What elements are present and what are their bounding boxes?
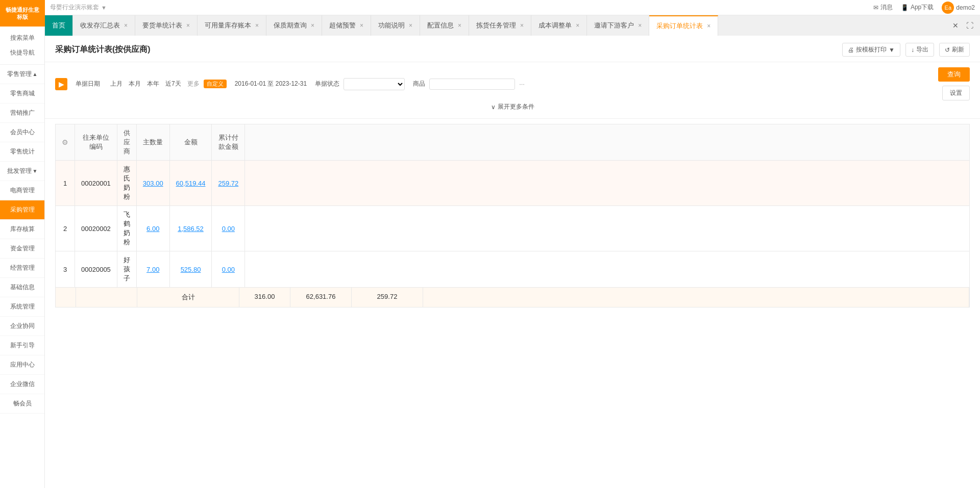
sidebar-item-wechat[interactable]: 企业微信 [0,375,44,394]
more-options-icon[interactable]: ··· [519,80,525,88]
sidebar-item-label: 应用中心 [10,361,35,368]
sidebar-item-label: 经营管理 [10,264,35,271]
table-row: 2 00020002 飞鹤奶粉 6.00 1,586.52 0.00 [56,206,970,251]
close-icon[interactable]: × [124,22,128,29]
tabs-expand-btn[interactable]: ⛶ [964,19,976,32]
query-button[interactable]: 查询 [938,67,970,82]
more-dates-btn[interactable]: 更多 [185,79,202,89]
gear-icon[interactable]: ⚙ [62,138,68,146]
cell-extra [245,161,970,206]
sidebar-item-ecommerce[interactable]: 电商管理 [0,181,44,200]
message-btn[interactable]: ✉ 消息 [873,3,893,12]
goods-input[interactable] [429,79,515,90]
sidebar-item-label: 基础信息 [10,284,35,291]
user-profile-btn[interactable]: Ea demo2 [942,2,975,14]
sidebar-item-collaboration[interactable]: 企业协同 [0,317,44,336]
close-icon[interactable]: × [360,22,363,29]
sidebar: 畅捷通好生意标版 搜索菜单 快捷导航 零售管理 ▲ 零售商城 营销推广 会员中心… [0,0,45,488]
paid-link[interactable]: 0.00 [222,266,235,273]
th-qty: 主数量 [136,124,169,161]
filter-row: ▶ 单据日期 上月 本月 本年 近7天 更多 自定义 2016-01-01 至 … [55,67,970,100]
close-icon[interactable]: × [186,22,190,29]
username-label: demo2 [956,4,975,11]
setting-button[interactable]: 设置 [942,86,970,100]
status-select[interactable] [344,78,405,90]
tab-overstock-warning[interactable]: 超储预警 × [322,15,371,36]
right-arrow-icon: ▶ [59,80,64,88]
tab-picking-task[interactable]: 拣货任务管理 × [469,15,531,36]
tab-home[interactable]: 首页 [45,15,73,36]
sidebar-item-retail-mgmt[interactable]: 零售管理 ▲ [0,65,44,84]
quick-nav-item[interactable]: 快捷导航 [0,45,44,60]
filter-action-group: 查询 设置 [938,67,970,100]
amount-link[interactable]: 525.80 [181,266,201,273]
footer-extra [423,288,969,307]
topbar-right: ✉ 消息 📱 App下载 Ea demo2 [873,2,975,14]
sidebar-item-finance[interactable]: 资金管理 [0,239,44,259]
template-print-button[interactable]: 🖨 按模板打印 ▼ [842,43,900,57]
last-month-btn[interactable]: 上月 [108,79,125,89]
sidebar-item-inventory[interactable]: 库存核算 [0,220,44,239]
sidebar-item-member[interactable]: 会员中心 [0,123,44,142]
close-icon[interactable]: × [576,22,579,29]
amount-link[interactable]: 60,519.44 [176,179,206,187]
cell-supplier: 好孩子 [117,251,136,288]
tab-function-desc[interactable]: 功能说明 × [371,15,420,36]
this-year-btn[interactable]: 本年 [145,79,161,89]
tab-invite-downstream[interactable]: 邀请下游客户 × [587,15,649,36]
tab-available-inventory[interactable]: 可用量库存账本 × [198,15,266,36]
close-icon[interactable]: × [255,22,259,29]
sidebar-item-system[interactable]: 系统管理 [0,297,44,317]
close-icon[interactable]: × [638,22,642,29]
sidebar-item-operations[interactable]: 经营管理 [0,259,44,278]
tab-label: 可用量库存账本 [205,21,251,30]
sidebar-item-app-center[interactable]: 应用中心 [0,355,44,375]
filter-collapse-button[interactable]: ▶ [55,78,67,90]
cell-qty: 7.00 [136,251,169,288]
sidebar-item-member2[interactable]: 畅会员 [0,394,44,414]
th-settings[interactable]: ⚙ [56,124,75,161]
sidebar-item-label: 库存核算 [10,225,35,233]
tabs-close-btn[interactable]: ✕ [949,19,962,32]
close-icon[interactable]: × [409,22,412,29]
close-icon[interactable]: × [520,22,524,29]
close-icon[interactable]: × [311,22,314,29]
this-month-btn[interactable]: 本月 [127,79,143,89]
sidebar-item-wholesale[interactable]: 批发管理 ▼ [0,162,44,181]
qty-link[interactable]: 303.00 [143,179,163,187]
close-icon[interactable]: × [707,22,710,30]
sidebar-item-retail-stats[interactable]: 零售统计 [0,142,44,162]
tab-order-stats[interactable]: 要货单统计表 × [135,15,198,36]
sidebar-item-marketing[interactable]: 营销推广 [0,104,44,123]
qty-link[interactable]: 6.00 [146,225,159,233]
cell-supplier: 惠氏奶粉 [117,161,136,206]
sidebar-item-base-info[interactable]: 基础信息 [0,278,44,297]
filter-expand-row: ∨ 展开更多条件 [55,100,970,113]
sidebar-item-retail-mall[interactable]: 零售商城 [0,84,44,104]
refresh-button[interactable]: ↺ 刷新 [939,43,970,57]
sidebar-item-label: 营销推广 [10,109,35,116]
app-download-btn[interactable]: 📱 App下载 [901,3,934,12]
tab-config-info[interactable]: 配置信息 × [420,15,469,36]
search-menu-item[interactable]: 搜索菜单 [0,31,44,45]
sidebar-item-label: 零售商城 [10,90,35,97]
app-download-label: App下载 [911,3,934,12]
sidebar-item-purchase[interactable]: 采购管理 [0,200,44,220]
page-content: 采购订单统计表(按供应商) 🖨 按模板打印 ▼ ↓ 导出 ↺ 刷新 [45,36,980,488]
expand-conditions-button[interactable]: ∨ 展开更多条件 [491,102,534,111]
paid-link[interactable]: 0.00 [222,225,235,233]
sidebar-item-newbie[interactable]: 新手引导 [0,336,44,355]
last-7-days-btn[interactable]: 近7天 [163,79,183,89]
paid-link[interactable]: 259.72 [218,179,238,187]
close-icon[interactable]: × [458,22,461,29]
tab-expiry-query[interactable]: 保质期查询 × [266,15,322,36]
tab-cost-adjust[interactable]: 成本调整单 × [531,15,587,36]
tab-label: 采购订单统计表 [656,21,703,31]
cell-qty: 303.00 [136,161,169,206]
tab-purchase-order-stats[interactable]: 采购订单统计表 × [649,15,718,36]
sidebar-item-label: 批发管理 [7,167,32,175]
qty-link[interactable]: 7.00 [146,266,159,273]
export-button[interactable]: ↓ 导出 [905,43,934,57]
amount-link[interactable]: 1,586.52 [178,225,204,233]
tab-stock-summary[interactable]: 收发存汇总表 × [73,15,135,36]
